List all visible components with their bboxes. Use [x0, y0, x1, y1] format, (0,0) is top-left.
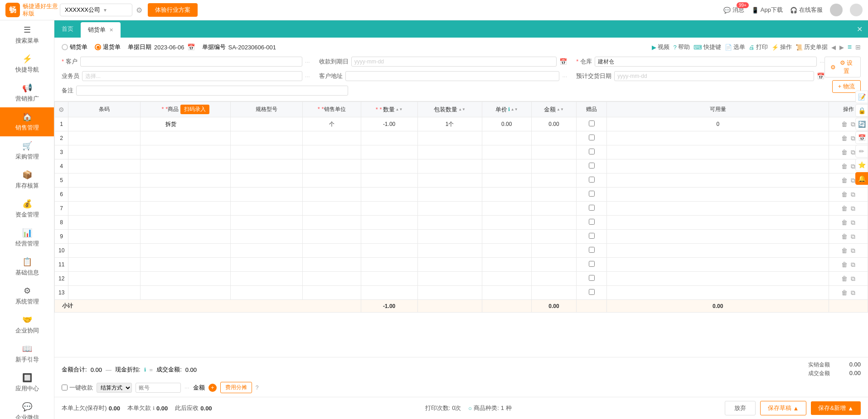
sidebar-item-collab[interactable]: 🤝 企业协同 — [0, 310, 54, 339]
cell-barcode[interactable] — [68, 131, 141, 145]
view-grid-icon[interactable]: ⊞ — [855, 43, 861, 51]
delete-row-icon[interactable]: 🗑 — [841, 275, 848, 282]
cell-barcode[interactable] — [68, 286, 141, 300]
gift-checkbox[interactable] — [589, 261, 595, 267]
cell-spec[interactable] — [231, 216, 303, 230]
spec-input[interactable] — [248, 190, 285, 199]
salesperson-input[interactable] — [82, 71, 302, 81]
spec-input[interactable] — [248, 218, 285, 227]
copy-row-icon[interactable]: ⧉ — [851, 191, 855, 198]
cell-gift[interactable] — [577, 188, 607, 202]
copy-row-icon[interactable]: ⧉ — [851, 275, 855, 282]
sidebar-item-guide[interactable]: 📖 新手引导 — [0, 339, 54, 368]
view-list-icon[interactable]: ≡ — [848, 43, 852, 51]
cell-spec[interactable] — [231, 230, 303, 244]
gift-checkbox[interactable] — [589, 135, 595, 140]
nav-prev-icon[interactable]: ◀ — [831, 44, 836, 51]
cell-barcode[interactable] — [68, 117, 141, 131]
cell-barcode[interactable] — [68, 230, 141, 244]
barcode-input[interactable] — [86, 288, 122, 297]
cell-spec[interactable] — [231, 159, 303, 173]
product-input[interactable] — [163, 274, 208, 283]
product-input[interactable] — [163, 120, 208, 129]
gift-checkbox[interactable] — [589, 247, 595, 253]
expected-delivery-calendar-icon[interactable]: 📅 — [817, 72, 824, 80]
delete-row-icon[interactable]: 🗑 — [841, 219, 848, 226]
cell-barcode[interactable] — [68, 216, 141, 230]
spec-input[interactable] — [248, 134, 285, 143]
gift-checkbox[interactable] — [589, 205, 595, 211]
account-input[interactable] — [136, 383, 181, 393]
cell-product[interactable] — [140, 173, 230, 188]
copy-row-icon[interactable]: ⧉ — [851, 219, 855, 226]
customer-input[interactable] — [80, 57, 302, 67]
gift-checkbox[interactable] — [589, 219, 595, 225]
warehouse-more-icon[interactable]: ··· — [820, 58, 824, 65]
copy-row-icon[interactable]: ⧉ — [851, 289, 855, 296]
cell-spec[interactable] — [231, 272, 303, 286]
cell-barcode[interactable] — [68, 272, 141, 286]
cell-spec[interactable] — [231, 188, 303, 202]
customer-more-icon[interactable]: ··· — [305, 58, 310, 65]
cell-barcode[interactable] — [68, 173, 141, 188]
toolbar-shortcut[interactable]: ⌨ 快捷键 — [693, 43, 721, 51]
toolbar-operation[interactable]: ⚡ 操作 — [771, 43, 792, 51]
cell-product[interactable] — [140, 286, 230, 300]
sidebar-item-sales[interactable]: 🏠 销售管理 — [0, 107, 54, 136]
float-btn-2[interactable]: 🔒 — [855, 104, 868, 117]
sidebar-item-operations[interactable]: 📊 经营管理 — [0, 223, 54, 252]
copy-row-icon[interactable]: ⧉ — [851, 120, 855, 128]
tab-close-icon[interactable]: ✕ — [109, 27, 113, 33]
expected-delivery-input[interactable] — [614, 71, 814, 81]
copy-row-icon[interactable]: ⧉ — [851, 135, 855, 142]
copy-row-icon[interactable]: ⧉ — [851, 163, 855, 170]
cell-gift[interactable] — [577, 244, 607, 258]
company-selector[interactable]: XXXXXX公司 ▼ — [60, 4, 132, 16]
cell-spec[interactable] — [231, 173, 303, 188]
spec-input[interactable] — [248, 260, 285, 269]
copy-row-icon[interactable]: ⧉ — [851, 205, 855, 212]
delete-row-icon[interactable]: 🗑 — [841, 233, 848, 240]
spec-input[interactable] — [248, 288, 285, 297]
barcode-input[interactable] — [86, 204, 122, 213]
barcode-input[interactable] — [86, 232, 122, 241]
barcode-input[interactable] — [86, 190, 122, 199]
barcode-input[interactable] — [86, 120, 122, 129]
cell-product[interactable] — [140, 202, 230, 216]
delete-row-icon[interactable]: 🗑 — [841, 149, 848, 156]
save-draft-button[interactable]: 保存草稿 ▲ — [760, 401, 807, 415]
copy-row-icon[interactable]: ⧉ — [851, 233, 855, 240]
col-settings-icon[interactable]: ⚙ — [58, 106, 64, 113]
spec-input[interactable] — [248, 204, 285, 213]
sidebar-item-search[interactable]: ☰ 搜索菜单 — [0, 20, 54, 49]
spec-input[interactable] — [248, 232, 285, 241]
tab-home[interactable]: 首页 — [54, 20, 81, 38]
product-input[interactable] — [163, 288, 208, 297]
cell-spec[interactable] — [231, 145, 303, 159]
sidebar-item-system[interactable]: ⚙ 系统管理 — [0, 281, 54, 310]
float-btn-3[interactable]: 🔄 — [855, 118, 868, 130]
product-input[interactable] — [163, 232, 208, 241]
barcode-input[interactable] — [86, 134, 122, 143]
scan-button[interactable]: 扫码录入 — [180, 105, 209, 114]
product-input[interactable] — [163, 218, 208, 227]
product-input[interactable] — [163, 134, 208, 143]
toolbar-video[interactable]: ▶ 视频 — [652, 43, 669, 51]
toolbar-history[interactable]: 📜 历史单据 — [795, 43, 828, 51]
customer-address-more-icon[interactable]: ··· — [562, 73, 567, 80]
cell-spec[interactable] — [231, 258, 303, 272]
app-download-button[interactable]: 📱 App下载 — [752, 6, 783, 14]
delete-row-icon[interactable]: 🗑 — [841, 135, 848, 142]
gift-checkbox[interactable] — [589, 275, 595, 281]
cell-product[interactable] — [140, 131, 230, 145]
barcode-input[interactable] — [86, 274, 122, 283]
delete-row-icon[interactable]: 🗑 — [841, 177, 848, 184]
sidebar-item-basics[interactable]: 📋 基础信息 — [0, 252, 54, 281]
cell-barcode[interactable] — [68, 188, 141, 202]
sidebar-item-inventory[interactable]: 📦 库存核算 — [0, 165, 54, 194]
gift-checkbox[interactable] — [589, 163, 595, 169]
gift-checkbox[interactable] — [589, 289, 595, 295]
copy-row-icon[interactable]: ⧉ — [851, 177, 855, 184]
cell-gift[interactable] — [577, 286, 607, 300]
radio-return-order[interactable]: 退货单 — [95, 43, 121, 51]
